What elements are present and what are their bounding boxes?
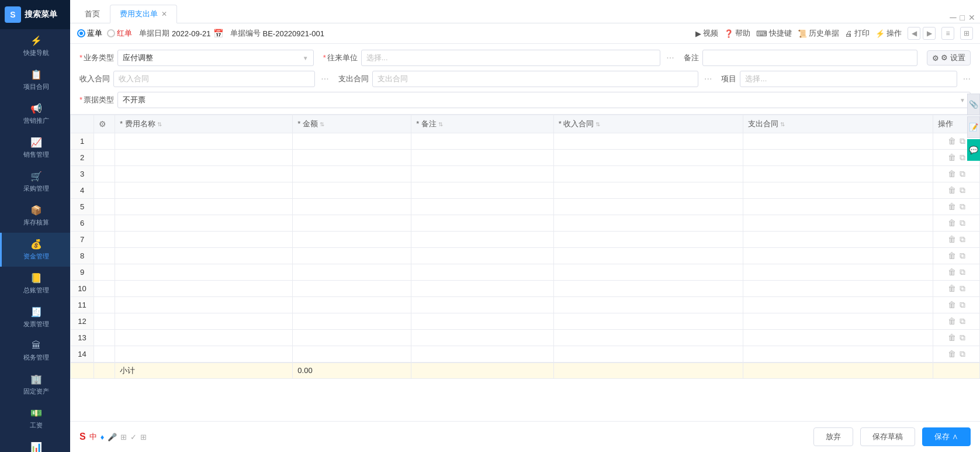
table-row[interactable]: 9 🗑 ⧉ — [71, 264, 980, 281]
expense-name-cell[interactable] — [115, 182, 293, 199]
column-settings-icon[interactable]: ⚙ — [99, 119, 106, 129]
income-contract-cell[interactable] — [553, 330, 743, 346]
expense-name-sort-icon[interactable]: ⇅ — [157, 121, 162, 127]
sidebar-item-fixed-assets[interactable]: 🏢 固定资产 — [0, 368, 70, 402]
expense-contract-cell[interactable] — [743, 199, 933, 215]
sidebar-item-sales[interactable]: 📈 销售管理 — [0, 131, 70, 165]
copy-row-icon[interactable]: ⧉ — [960, 349, 965, 359]
copy-row-icon[interactable]: ⧉ — [960, 251, 965, 261]
note-cell[interactable] — [411, 346, 553, 363]
counterpart-dots[interactable]: ··· — [666, 53, 674, 63]
tab-expense-close[interactable]: ✕ — [161, 10, 167, 18]
list-view-icon[interactable]: ≡ — [941, 27, 954, 40]
sidebar-item-project[interactable]: 📋 项目合同 — [0, 63, 70, 97]
delete-row-icon[interactable]: 🗑 — [948, 333, 956, 343]
expense-contract-cell[interactable] — [743, 150, 933, 166]
tab-home[interactable]: 首页 — [75, 4, 110, 23]
expense-name-cell[interactable] — [115, 232, 293, 248]
note-cell[interactable] — [411, 199, 553, 215]
amount-sort-icon[interactable]: ⇅ — [320, 121, 324, 127]
window-minimize-btn[interactable]: ─ — [950, 12, 956, 23]
income-contract-cell[interactable] — [553, 297, 743, 313]
grid-view-icon[interactable]: ⊞ — [960, 27, 973, 40]
copy-row-icon[interactable]: ⧉ — [960, 316, 965, 326]
income-contract-cell[interactable] — [553, 264, 743, 281]
sidebar-item-operations[interactable]: 📊 经营管理 — [0, 436, 70, 452]
table-row[interactable]: 14 🗑 ⧉ — [71, 346, 980, 363]
blue-bill-radio[interactable]: 蓝单 — [77, 28, 102, 39]
amount-cell[interactable] — [293, 166, 411, 182]
sidebar-item-invoice[interactable]: 🧾 发票管理 — [0, 301, 70, 334]
expense-name-cell[interactable] — [115, 166, 293, 182]
window-maximize-btn[interactable]: □ — [960, 13, 965, 22]
tab-expense[interactable]: 费用支出单 ✕ — [110, 5, 177, 23]
copy-row-icon[interactable]: ⧉ — [960, 169, 965, 179]
delete-row-icon[interactable]: 🗑 — [948, 136, 956, 146]
delete-row-icon[interactable]: 🗑 — [948, 251, 956, 261]
expense-contract-cell[interactable] — [743, 346, 933, 363]
copy-row-icon[interactable]: ⧉ — [960, 267, 965, 277]
amount-cell[interactable] — [293, 297, 411, 313]
expense-name-cell[interactable] — [115, 133, 293, 150]
amount-cell[interactable] — [293, 313, 411, 330]
amount-cell[interactable] — [293, 281, 411, 297]
delete-row-icon[interactable]: 🗑 — [948, 153, 956, 163]
copy-row-icon[interactable]: ⧉ — [960, 136, 965, 146]
amount-cell[interactable] — [293, 215, 411, 232]
save-draft-button[interactable]: 保存草稿 — [860, 427, 915, 446]
counterpart-input[interactable]: 选择... — [361, 50, 661, 66]
delete-row-icon[interactable]: 🗑 — [948, 234, 956, 244]
expense-contract-cell[interactable] — [743, 232, 933, 248]
expense-contract-cell[interactable] — [743, 297, 933, 313]
income-contract-dots[interactable]: ··· — [321, 74, 328, 84]
window-close-btn[interactable]: ✕ — [968, 13, 975, 22]
expense-name-cell[interactable] — [115, 346, 293, 363]
expense-contract-cell[interactable] — [743, 133, 933, 150]
delete-row-icon[interactable]: 🗑 — [948, 218, 956, 228]
amount-cell[interactable] — [293, 133, 411, 150]
note-cell[interactable] — [411, 182, 553, 199]
sidebar-item-finance[interactable]: 💰 资金管理 — [0, 233, 70, 267]
note-cell[interactable] — [411, 281, 553, 297]
table-row[interactable]: 13 🗑 ⧉ — [71, 330, 980, 346]
project-input[interactable]: 选择... — [740, 71, 957, 87]
delete-row-icon[interactable]: 🗑 — [948, 267, 956, 277]
print-action[interactable]: 🖨 打印 — [845, 28, 870, 39]
expense-contract-cell[interactable] — [743, 182, 933, 199]
expense-contract-input[interactable]: 支出合同 — [372, 71, 699, 87]
table-row[interactable]: 11 🗑 ⧉ — [71, 297, 980, 313]
note-cell[interactable] — [411, 330, 553, 346]
sidebar-item-salary[interactable]: 💵 工资 — [0, 402, 70, 436]
red-bill-radio[interactable]: 红单 — [107, 28, 132, 39]
table-row[interactable]: 1 🗑 ⧉ — [71, 133, 980, 150]
copy-row-icon[interactable]: ⧉ — [960, 284, 965, 294]
table-row[interactable]: 10 🗑 ⧉ — [71, 281, 980, 297]
doc-date-value[interactable]: 2022-09-21 — [172, 29, 211, 38]
history-action[interactable]: 📜 历史单据 — [798, 28, 839, 39]
note-cell[interactable] — [411, 232, 553, 248]
next-arrow[interactable]: ▶ — [923, 27, 936, 40]
income-contract-cell[interactable] — [553, 166, 743, 182]
amount-cell[interactable] — [293, 346, 411, 363]
note-cell[interactable] — [411, 133, 553, 150]
th-settings[interactable]: ⚙ — [94, 115, 115, 133]
note-cell[interactable] — [411, 150, 553, 166]
table-row[interactable]: 6 🗑 ⧉ — [71, 215, 980, 232]
copy-row-icon[interactable]: ⧉ — [960, 234, 965, 244]
note-cell[interactable] — [411, 297, 553, 313]
expense-name-cell[interactable] — [115, 330, 293, 346]
delete-row-icon[interactable]: 🗑 — [948, 169, 956, 179]
delete-row-icon[interactable]: 🗑 — [948, 284, 956, 294]
expense-contract-cell[interactable] — [743, 313, 933, 330]
delete-row-icon[interactable]: 🗑 — [948, 349, 956, 359]
income-contract-cell[interactable] — [553, 182, 743, 199]
income-contract-cell[interactable] — [553, 133, 743, 150]
delete-row-icon[interactable]: 🗑 — [948, 316, 956, 326]
note-cell[interactable] — [411, 166, 553, 182]
table-row[interactable]: 5 🗑 ⧉ — [71, 199, 980, 215]
expense-name-cell[interactable] — [115, 313, 293, 330]
doc-number-value[interactable]: BE-20220921-001 — [263, 29, 325, 38]
invoice-type-input[interactable]: 不开票 ▼ — [117, 92, 971, 108]
save-button[interactable]: 保存 ∧ — [922, 427, 971, 446]
expense-name-cell[interactable] — [115, 150, 293, 166]
